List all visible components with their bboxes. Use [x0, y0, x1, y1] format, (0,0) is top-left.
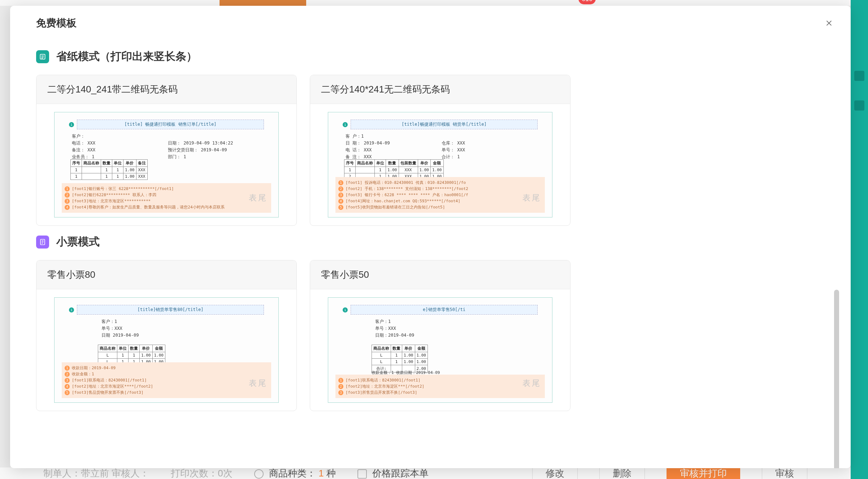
close-icon [825, 19, 833, 27]
template-card-tpl_retail_80[interactable]: 零售小票80 1[title]销货单零售80[/title] 客户：1单号：XX… [36, 260, 297, 411]
template-card-tpl_140_241_qr[interactable]: 二等分140_241带二维码无条码 1[title] 畅捷通打印模板 销售订单[… [36, 75, 297, 226]
template-card-tpl_retail_50[interactable]: 零售小票50 1e]销货单零售50[/ti 客户：1单号：XXX日期：2019-… [310, 260, 570, 411]
template-card-title: 二等分140_241带二维码无条码 [36, 75, 296, 104]
modal-body: 省纸模式（打印出来竖长条） 二等分140_241带二维码无条码 1[title]… [10, 40, 851, 468]
section-icon [36, 50, 49, 63]
card-row: 二等分140_241带二维码无条码 1[title] 畅捷通打印模板 销售订单[… [36, 75, 829, 226]
template-card-preview: 1[title]销货单零售80[/title] 客户：1单号：XXX日期 201… [36, 289, 296, 411]
free-templates-modal: 免费模板 省纸模式（打印出来竖长条） 二等分140_241带二维码无条码 1[t… [10, 6, 851, 468]
scrollbar-thumb[interactable] [834, 290, 839, 468]
template-card-title: 二等分140*241无二维码无条码 [310, 75, 570, 104]
section-receipt: 小票模式 零售小票80 1[title]销货单零售80[/title] 客户：1… [36, 234, 829, 411]
section-title: 省纸模式（打印出来竖长条） [56, 49, 197, 64]
modal-title: 免费模板 [36, 16, 77, 30]
template-card-preview: 1[title]畅捷通打印模板 销货单[/title] 客 户：1日 期： 20… [310, 104, 570, 225]
template-card-tpl_140x241_noqr[interactable]: 二等分140*241无二维码无条码 1[title]畅捷通打印模板 销货单[/t… [310, 75, 570, 226]
modal-header: 免费模板 [10, 6, 851, 40]
section-title: 小票模式 [56, 234, 100, 249]
section-header: 小票模式 [36, 234, 829, 249]
template-card-preview: 1[title] 畅捷通打印模板 销售订单[/title] 客户：电话： XXX… [36, 104, 296, 225]
section-paper_save: 省纸模式（打印出来竖长条） 二等分140_241带二维码无条码 1[title]… [36, 49, 829, 226]
section-icon [36, 236, 49, 249]
template-card-title: 零售小票80 [36, 260, 296, 289]
section-header: 省纸模式（打印出来竖长条） [36, 49, 829, 64]
close-button[interactable] [822, 16, 836, 30]
template-card-preview: 1e]销货单零售50[/ti 客户：1单号：XXX日期：2019-04-09 商… [310, 289, 570, 411]
template-card-title: 零售小票50 [310, 260, 570, 289]
card-row: 零售小票80 1[title]销货单零售80[/title] 客户：1单号：XX… [36, 260, 829, 411]
